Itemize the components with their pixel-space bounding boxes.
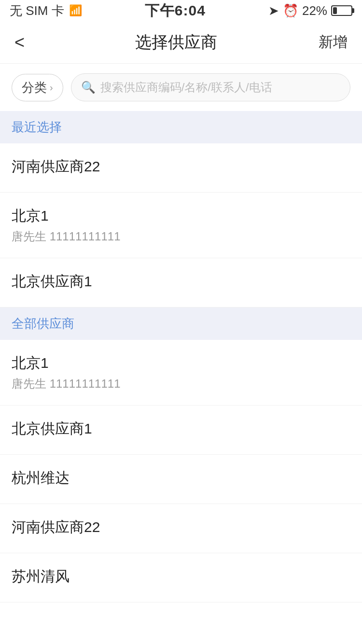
all-section-header: 全部供应商	[0, 308, 362, 340]
search-placeholder: 搜索供应商编码/名称/联系人/电话	[100, 80, 272, 95]
category-label: 分类	[22, 79, 47, 96]
search-box[interactable]: 🔍 搜索供应商编码/名称/联系人/电话	[71, 73, 350, 101]
category-button[interactable]: 分类 ›	[12, 74, 63, 101]
list-item[interactable]: 北京供应商1	[0, 406, 362, 455]
list-item[interactable]: 苏州清风	[0, 553, 362, 602]
list-item[interactable]: 北京1唐先生 11111111111	[0, 340, 362, 406]
alarm-icon: ⏰	[283, 3, 298, 18]
item-name: 苏州清风	[12, 567, 350, 587]
status-right: ➤ ⏰ 22%	[268, 3, 352, 18]
add-button[interactable]: 新增	[309, 32, 348, 52]
all-section-label: 全部供应商	[12, 316, 74, 331]
battery-percent: 22%	[302, 3, 327, 18]
battery-icon	[331, 5, 352, 16]
list-item[interactable]: 北京1唐先生 11111111111	[0, 193, 362, 258]
status-time: 下午6:04	[145, 1, 206, 21]
chevron-right-icon: ›	[50, 82, 53, 93]
item-name: 河南供应商22	[12, 518, 350, 537]
item-sub: 唐先生 11111111111	[12, 229, 350, 244]
item-name: 北京供应商1	[12, 419, 350, 439]
search-icon: 🔍	[81, 81, 96, 94]
nav-bar: < 选择供应商 新增	[0, 21, 362, 64]
item-name: 北京1	[12, 353, 350, 373]
recent-section-header: 最近选择	[0, 111, 362, 143]
status-bar: 无 SIM 卡 📶 下午6:04 ➤ ⏰ 22%	[0, 0, 362, 21]
status-left: 无 SIM 卡 📶	[10, 2, 82, 19]
item-name: 河南供应商22	[12, 157, 350, 177]
list-item[interactable]: 河南供应商22	[0, 143, 362, 193]
item-sub: 唐先生 11111111111	[12, 376, 350, 392]
back-icon: <	[14, 32, 25, 53]
recent-section-label: 最近选择	[12, 120, 62, 134]
page-title: 选择供应商	[43, 31, 309, 54]
filter-bar: 分类 › 🔍 搜索供应商编码/名称/联系人/电话	[0, 64, 362, 111]
item-name: 北京1	[12, 206, 350, 226]
all-list: 北京1唐先生 11111111111北京供应商1杭州维达河南供应商22苏州清风	[0, 340, 362, 602]
back-button[interactable]: <	[14, 32, 43, 53]
sim-status: 无 SIM 卡	[10, 2, 64, 19]
list-item[interactable]: 北京供应商1	[0, 258, 362, 308]
list-item[interactable]: 杭州维达	[0, 455, 362, 504]
wifi-icon: 📶	[69, 4, 82, 17]
list-item[interactable]: 河南供应商22	[0, 504, 362, 553]
location-icon: ➤	[268, 3, 279, 18]
item-name: 杭州维达	[12, 468, 350, 488]
item-name: 北京供应商1	[12, 272, 350, 292]
recent-list: 河南供应商22北京1唐先生 11111111111北京供应商1	[0, 143, 362, 308]
